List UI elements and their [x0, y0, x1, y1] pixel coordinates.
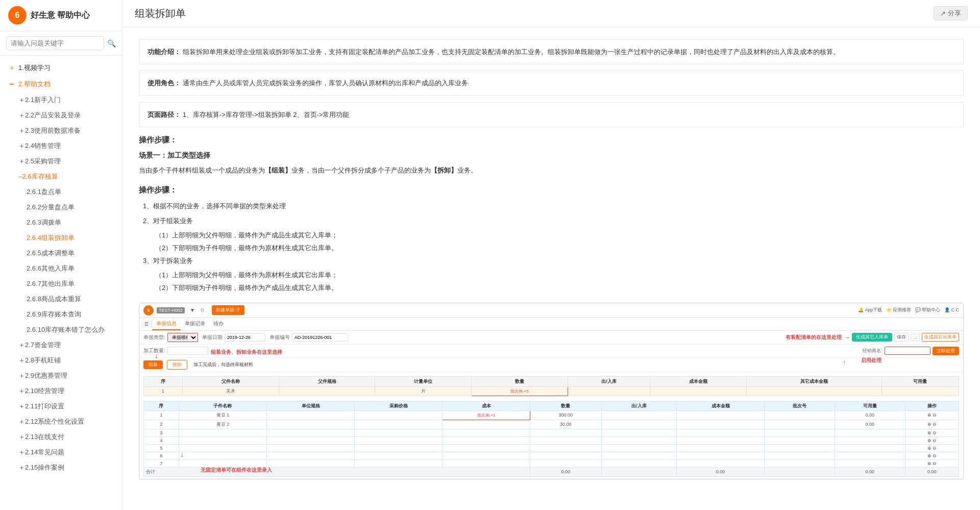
sidebar-item-261[interactable]: 2.6.1盘点单 — [0, 184, 122, 200]
sidebar-item-263[interactable]: 2.6.3调拨单 — [0, 215, 122, 230]
logo-icon: 6 — [8, 6, 27, 25]
sidebar-item-210[interactable]: ＋ 2.10经营管理 — [0, 383, 122, 399]
search-icon[interactable]: 🔍 — [107, 39, 116, 47]
mock-date-input[interactable] — [225, 333, 265, 342]
sidebar-item-266[interactable]: 2.6.6其他入库单 — [0, 261, 122, 276]
sidebar-item-25[interactable]: ＋ 2.5采购管理 — [0, 154, 122, 169]
qty-annotation: 按比例-×5 — [510, 389, 529, 394]
mock-tab-pending: 待办 — [209, 318, 228, 330]
mock-disassemble-btn[interactable]: 拆卸 — [167, 360, 187, 370]
role-label: 使用角色： — [148, 79, 181, 87]
sidebar-item-215[interactable]: ＋ 2.15操作案例 — [0, 460, 122, 475]
mock-sidebar-icon: ☰ — [141, 320, 152, 328]
sidebar-item-label: 2.8手机旺铺 — [25, 356, 61, 365]
mock-confirm-btn[interactable]: 生成其它入库单 — [852, 333, 892, 342]
col-unit: 计量单位 — [375, 376, 472, 386]
step2-sub2: （2）下部明细为子件明细，最终作为原材料生成其它出库单。 — [139, 242, 964, 255]
cell-ops: ⊕ ⊖ — [905, 410, 959, 420]
mock-screen: 6 TEST-H002 ▼ ⚙ 新建单据-子 🔔 App下载 ⭐ 应用推荐 💬 … — [139, 303, 963, 479]
mock-assemble-btn[interactable]: 组装 — [143, 360, 163, 369]
sidebar-item-label: 2.5采购管理 — [25, 157, 61, 166]
search-input[interactable] — [6, 36, 104, 50]
plus-icon: ＋ — [18, 386, 25, 396]
plus-icon: ＋ — [18, 141, 25, 151]
path-text: 1、库存核算->库存管理->组装拆卸单 2、首页->常用功能 — [183, 111, 350, 118]
sidebar-item-262[interactable]: 2.6.2分量盘点单 — [0, 200, 122, 215]
mock-new-btn: 新建单据-子 — [212, 305, 244, 315]
page-title: 组装拆卸单 — [135, 7, 186, 20]
col-parent-spec: 父件规格 — [279, 376, 375, 386]
mock-logo-icon: 6 — [143, 305, 154, 315]
plus-icon: ＋ — [18, 371, 25, 380]
plus-icon: ＋ — [18, 126, 25, 135]
mock-type-row: 组装 拆卸 加工完成后，勾选待审核材料 组装业务、拆卸业务在这里选择 ↓ 启用处… — [139, 358, 963, 372]
mock-apply-btn[interactable]: 立即处理 — [933, 347, 959, 355]
mock-bill-input[interactable] — [292, 333, 348, 342]
sidebar-item-269[interactable]: 2.6.9库存账本查询 — [0, 307, 122, 322]
mock-type-label: 单据类型: — [143, 334, 165, 341]
sidebar-item-265[interactable]: 2.6.5成本调整单 — [0, 246, 122, 261]
sidebar-item-label: 2.15操作案例 — [25, 463, 64, 472]
share-button[interactable]: ↗ 分享 — [934, 6, 968, 20]
cell-name: 黄豆 1 — [179, 410, 266, 420]
scenario-desc: 当由多个子件材料组装成一个成品的业务为【组装】业务，当由一个父件拆分成多个子产品… — [139, 164, 964, 177]
cell-name: 黄豆 2 — [179, 420, 266, 429]
app-title: 好生意 帮助中心 — [31, 10, 90, 21]
annotation-2: 组装业务、拆卸业务在这里选择 — [211, 349, 282, 356]
footer-costamt: 0.00 — [677, 467, 765, 476]
step1: 1、根据不同的业务，选择不同单据的类型来处理 — [139, 200, 964, 213]
mock-more-btn[interactable]: ... — [911, 334, 920, 341]
content-area: 功能介绍： 组装拆卸单用来处理企业组装或拆卸等加工业务，支持有固定装配清单的产品… — [122, 27, 980, 510]
sidebar-item-label: 2.10经营管理 — [25, 386, 64, 396]
sidebar-item-label: 2.7资金管理 — [25, 341, 61, 350]
cell-cost — [650, 386, 747, 396]
table-row: 2 黄豆 2 30.00 0.00 — [144, 420, 959, 429]
sidebar-item-label: 2.6库存核算 — [22, 172, 58, 181]
mock-form-row1: 单据类型: 单据模板 单据日期 单据编号 — [139, 331, 963, 345]
mock-type-select[interactable]: 单据模板 — [167, 333, 198, 342]
sidebar-item-23[interactable]: ＋ 2.3使用前数据准备 — [0, 123, 122, 138]
sidebar-item-27[interactable]: ＋ 2.7资金管理 — [0, 337, 122, 353]
sidebar-item-214[interactable]: ＋ 2.14常见问题 — [0, 445, 122, 460]
sidebar-item-212[interactable]: ＋ 2.12系统个性化设置 — [0, 414, 122, 429]
logo-area: 6 好生意 帮助中心 — [0, 0, 122, 31]
sidebar-item-211[interactable]: ＋ 2.11打印设置 — [0, 399, 122, 414]
sidebar-item-2610[interactable]: 2.6.10库存账本错了怎么办 — [0, 322, 122, 337]
sidebar-item-label: 2.6.6其他入库单 — [27, 264, 75, 273]
share-label: 分享 — [948, 9, 961, 18]
col-sub-qty: 数量 — [530, 401, 601, 410]
mock-qty-input[interactable] — [167, 347, 208, 355]
col-sub-ops: 操作 — [905, 401, 959, 410]
sidebar-item-21[interactable]: ＋ 2.1新手入门 — [0, 92, 122, 108]
sidebar: 6 好生意 帮助中心 🔍 ＋ 1.视频学习 − 2.帮助文档 ＋ 2.1新手入门… — [0, 0, 122, 510]
step3-sub1: （1）上部明细为父件明细，最终作为原材料生成其它出库单； — [139, 269, 964, 282]
cell-qty: 300.00 — [530, 410, 601, 420]
col-sub-costamt: 成本金额 — [677, 401, 765, 410]
cell-cost — [443, 420, 530, 429]
sidebar-item-24[interactable]: ＋ 2.4销售管理 — [0, 138, 122, 154]
mock-save-btn[interactable]: 保存 — [894, 333, 909, 342]
main-content: 组装拆卸单 ↗ 分享 功能介绍： 组装拆卸单用来处理企业组装或拆卸等加工业务，支… — [122, 0, 980, 510]
cell-ops: ⊕ ⊖ — [905, 420, 959, 429]
sidebar-item-label: 2.6.5成本调整单 — [27, 249, 75, 258]
sidebar-item-22[interactable]: ＋ 2.2产品安装及登录 — [0, 108, 122, 123]
arrow-right-icon: → — [844, 334, 850, 341]
sidebar-item-docs[interactable]: − 2.帮助文档 — [0, 76, 122, 92]
sidebar-item-28[interactable]: ＋ 2.8手机旺铺 — [0, 353, 122, 368]
col-available: 可用量 — [881, 376, 959, 386]
sidebar-item-label: 2.4销售管理 — [25, 141, 61, 151]
mock-warehouse-input[interactable] — [885, 347, 930, 355]
cell-qty: 按比例-×5 — [472, 386, 568, 396]
sidebar-item-264[interactable]: 2.6.4组装拆卸单 — [0, 230, 122, 246]
mock-submit-btn[interactable]: 生成其它出库单 — [922, 333, 959, 342]
sidebar-item-29[interactable]: ＋ 2.9优惠券管理 — [0, 368, 122, 383]
sidebar-item-video[interactable]: ＋ 1.视频学习 — [0, 60, 122, 76]
sidebar-item-268[interactable]: 2.6.8商品成本重算 — [0, 292, 122, 307]
sidebar-item-213[interactable]: ＋ 2.13在线支付 — [0, 429, 122, 445]
cell-avail: 0.00 — [835, 410, 905, 420]
sidebar-item-267[interactable]: 2.6.7其他出库单 — [0, 276, 122, 292]
col-sub-avail: 可用量 — [835, 401, 905, 410]
path-block: 页面路径： 1、库存核算->库存管理->组装拆卸单 2、首页->常用功能 — [139, 102, 964, 127]
sidebar-item-26[interactable]: − 2.6库存核算 — [0, 169, 122, 184]
screenshot-area: 6 TEST-H002 ▼ ⚙ 新建单据-子 🔔 App下载 ⭐ 应用推荐 💬 … — [139, 303, 964, 479]
